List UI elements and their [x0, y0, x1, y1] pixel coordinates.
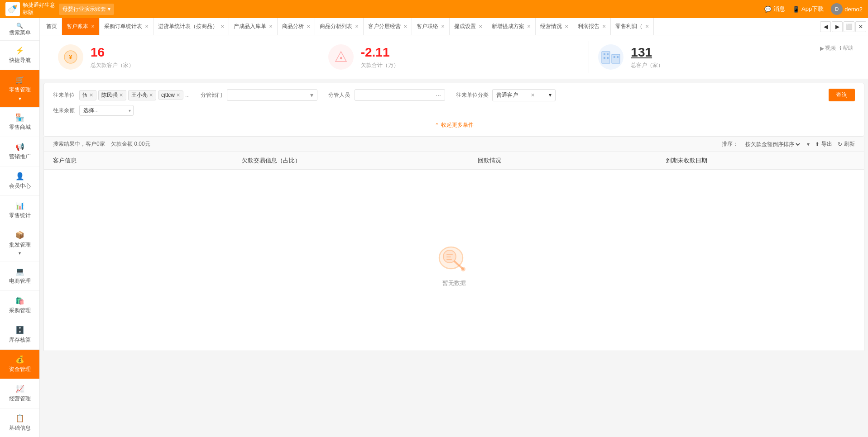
overdue-amount-icon: ✦: [328, 44, 354, 70]
overdue-customers-value: 16: [91, 45, 134, 60]
sort-dropdown-icon: ▾: [807, 141, 810, 147]
stat-overdue-customers-info: 16 总欠款客户（家）: [91, 45, 134, 70]
close-icon[interactable]: ✕: [91, 24, 95, 29]
close-icon[interactable]: ✕: [145, 24, 149, 29]
user-avatar-area[interactable]: D demo2: [831, 3, 863, 15]
person-input[interactable]: ···: [355, 89, 445, 101]
stat-overdue-customers: ¥ 16 总欠款客户（家）: [49, 41, 319, 73]
tab-operations-status[interactable]: 经营情况 ✕: [536, 18, 573, 35]
svg-rect-5: [612, 54, 620, 63]
tab-new-reminder[interactable]: 新增提成方案 ✕: [487, 18, 536, 35]
total-customers-label: 总客户（家）: [631, 62, 663, 69]
close-icon[interactable]: ✕: [602, 24, 606, 29]
tab-customer-contact[interactable]: 客户联络 ✕: [412, 18, 450, 35]
tab-inbound-stats[interactable]: 进货单统计表（按商品） ✕: [153, 18, 229, 35]
sidebar-item-retail-mall[interactable]: 🏪 零售商城: [0, 108, 39, 137]
tab-customer-ledger[interactable]: 客户账本 ✕: [62, 18, 100, 35]
sidebar-search[interactable]: 🔍 搜索菜单: [0, 18, 39, 41]
tab-close-all-button[interactable]: ✕: [855, 21, 866, 32]
sort-select[interactable]: 按欠款金额倒序排序: [743, 141, 801, 148]
dept-input[interactable]: ▾: [227, 89, 317, 101]
unit-tag-close-2[interactable]: ✕: [149, 92, 153, 98]
unit-class-dropdown[interactable]: ▾: [549, 92, 551, 98]
tab-product-inbound[interactable]: 产成品入库单 ✕: [229, 18, 278, 35]
empty-text: 暂无数据: [442, 279, 466, 287]
logo-text: 畅捷通好生意 标版: [23, 2, 55, 16]
app-download-button[interactable]: 📱 App下载: [792, 5, 824, 13]
tab-product-analysis[interactable]: 商品分析 ✕: [278, 18, 315, 35]
tab-next-button[interactable]: ▶: [832, 21, 843, 32]
tab-home[interactable]: 首页: [42, 18, 62, 35]
dept-dots[interactable]: ▾: [310, 91, 313, 99]
svg-rect-17: [446, 256, 451, 257]
tab-prev-button[interactable]: ◀: [820, 21, 831, 32]
operations-icon: 📈: [15, 385, 24, 393]
sidebar-item-member-center[interactable]: 👤 会员中心: [0, 166, 39, 196]
sidebar-item-finance[interactable]: 💰 资金管理: [0, 350, 39, 379]
sidebar-item-marketing[interactable]: 📢 营销推广: [0, 137, 39, 166]
unit-tag-0: 伍 ✕: [79, 90, 96, 100]
collapse-icon: ⌃: [435, 122, 439, 128]
close-icon[interactable]: ✕: [441, 24, 445, 29]
export-button[interactable]: ⬆ 导出: [815, 140, 832, 148]
unit-class-input[interactable]: 普通客户 ✕ ▾: [492, 89, 556, 101]
sidebar-item-ecommerce[interactable]: 💻 电商管理: [0, 261, 39, 291]
sidebar-item-retail-mgmt[interactable]: 🛒 零售管理 ▾: [0, 70, 39, 108]
svg-text:¥: ¥: [69, 53, 72, 61]
tab-profit-report[interactable]: 利润报告 ✕: [573, 18, 611, 35]
help-button[interactable]: ℹ 帮助: [839, 44, 854, 52]
collapse-button[interactable]: ⌃ 收起更多条件: [433, 119, 475, 131]
query-button[interactable]: 查询: [829, 89, 855, 101]
retail-icon: 🛒: [15, 76, 24, 84]
close-icon[interactable]: ✕: [479, 24, 482, 29]
message-button[interactable]: 💬 消息: [764, 5, 785, 13]
close-icon[interactable]: ✕: [221, 24, 224, 29]
arrow-icon: ▾: [19, 95, 21, 102]
person-dots[interactable]: ···: [436, 91, 441, 99]
basic-info-icon: 📋: [15, 414, 24, 423]
sidebar-item-basic-info[interactable]: 📋 基础信息: [0, 408, 39, 437]
svg-rect-6: [604, 53, 605, 55]
purchase-icon: 🛍️: [15, 296, 24, 305]
company-selector[interactable]: 母婴行业演示账套 ▾: [59, 4, 114, 15]
table-header: 客户信息 欠款交易信息（占比） 回款情况 到期未收款日期: [44, 152, 864, 170]
sidebar-item-wholesale[interactable]: 📦 批发管理: [0, 225, 39, 261]
filter-area: 往来单位 伍 ✕ 陈民强 ✕ 王小亮 ✕: [43, 83, 864, 137]
close-icon[interactable]: ✕: [355, 24, 359, 29]
overdue-customers-icon: ¥: [58, 44, 83, 70]
avatar: D: [831, 3, 843, 15]
unit-tag-1: 陈民强 ✕: [98, 90, 126, 100]
sidebar-item-inventory[interactable]: 🗄️ 库存核算: [0, 320, 39, 350]
tab-maximize-button[interactable]: ⬜: [844, 21, 854, 32]
balance-label: 往来余额: [53, 107, 76, 114]
close-icon[interactable]: ✕: [527, 24, 531, 29]
close-icon[interactable]: ✕: [307, 24, 310, 29]
close-icon[interactable]: ✕: [269, 24, 273, 29]
th-repayment: 回款情况: [478, 157, 667, 165]
tab-purchase-order-stats[interactable]: 采购订单统计表 ✕: [100, 18, 153, 35]
logo-area: 🍼 畅捷通好生意 标版: [5, 2, 55, 16]
sidebar-item-quick-nav[interactable]: ⚡ 快捷导航: [0, 41, 39, 70]
balance-select[interactable]: 选择...: [79, 105, 134, 116]
logo-icon: 🍼: [5, 2, 20, 16]
tab-customer-segmentation[interactable]: 客户分层经营 ✕: [364, 18, 412, 35]
unit-class-tag-close[interactable]: ✕: [531, 92, 535, 98]
sidebar-item-purchase[interactable]: 🛍️ 采购管理: [0, 291, 39, 320]
close-icon[interactable]: ✕: [645, 24, 649, 29]
tab-product-analysis-list[interactable]: 商品分析列表 ✕: [315, 18, 364, 35]
tab-reminder-settings[interactable]: 提成设置 ✕: [450, 18, 487, 35]
close-icon[interactable]: ✕: [565, 24, 568, 29]
unit-tag-close-3[interactable]: ✕: [176, 92, 180, 98]
svg-rect-7: [607, 53, 609, 55]
unit-tag-close-0[interactable]: ✕: [89, 92, 93, 98]
unit-more-button[interactable]: ...: [185, 92, 190, 98]
sidebar-item-retail-stats[interactable]: 📊 零售统计: [0, 196, 39, 225]
refresh-button[interactable]: ↻ 刷新: [838, 140, 855, 148]
tab-retail-profit[interactable]: 零售利润（ ✕: [611, 18, 654, 35]
sidebar-item-operations[interactable]: 📈 经营管理: [0, 379, 39, 408]
video-icon: ▶: [820, 45, 824, 52]
close-icon[interactable]: ✕: [403, 24, 407, 29]
unit-tag-close-1[interactable]: ✕: [119, 92, 123, 98]
video-button[interactable]: ▶ 视频: [820, 44, 836, 52]
marketing-icon: 📢: [15, 142, 24, 151]
